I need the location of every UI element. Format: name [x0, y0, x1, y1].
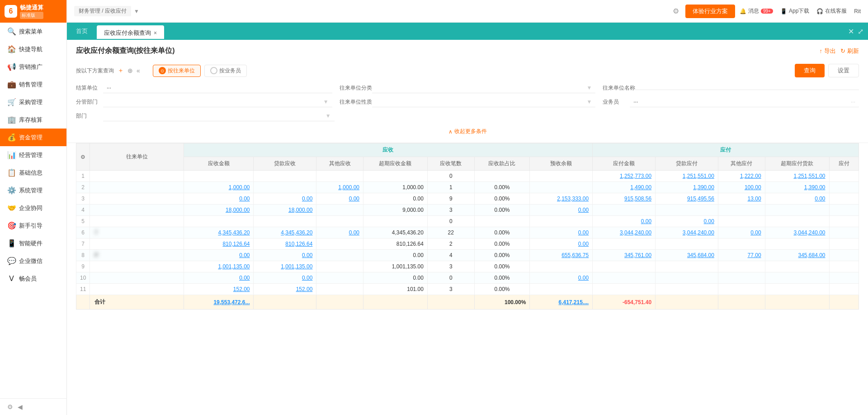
ar-ratio-header: 应收款占比 — [474, 157, 530, 171]
footer-ar-ratio: 100.00% — [474, 295, 530, 310]
partner-nature-input[interactable]: ▼ — [372, 97, 596, 107]
salesman-label: 业务员 — [603, 98, 630, 106]
table-row: 30.000.000.000.0090.00%2,153,333.00915,5… — [76, 193, 859, 205]
footer-ar-loan — [254, 295, 316, 310]
sidebar-item-marketing[interactable]: 📢 营销推广 — [0, 58, 66, 76]
logo-badge: 标准版 — [20, 12, 43, 19]
sidebar-item-collab[interactable]: 🤝 企业协同 — [0, 199, 66, 217]
footer-ap-loan — [656, 295, 718, 310]
sidebar-item-system[interactable]: ⚙️ 系统管理 — [0, 181, 66, 199]
basic-icon: 📋 — [7, 168, 15, 177]
collab-icon: 🤝 — [7, 204, 15, 212]
table-row: 418,000.0018,000.009,000.0030.00%0.00 — [76, 205, 859, 216]
sidebar-item-label: 搜索菜单 — [19, 28, 42, 36]
system-icon: ⚙️ — [7, 186, 15, 195]
plan-button[interactable]: 体验行业方案 — [685, 5, 735, 18]
cart-icon: 🛒 — [7, 98, 15, 106]
partner-mode-icon: ⊙ — [159, 67, 166, 74]
sidebar-item-hardware[interactable]: 📱 智能硬件 — [0, 234, 66, 252]
wechat-icon: 💬 — [7, 257, 15, 265]
notifications-badge: 99+ — [761, 9, 773, 14]
tab-home[interactable]: 首页 — [67, 24, 97, 39]
topbar-gear-icon[interactable]: ⚙ — [671, 5, 681, 17]
sidebar-item-quick[interactable]: 🏠 快捷导航 — [0, 40, 66, 58]
sidebar-item-label: 企业微信 — [19, 257, 42, 265]
sidebar-item-guide[interactable]: 🎯 新手引导 — [0, 217, 66, 234]
filter-salesman: 业务员 ··· ··· — [603, 97, 859, 107]
collapse-icon[interactable]: ◀ — [18, 403, 23, 410]
sidebar-item-finance[interactable]: 💰 资金管理 — [0, 129, 66, 146]
partner-category-input[interactable]: ▼ — [372, 83, 596, 93]
footer-ar-overdue — [363, 295, 428, 310]
close-window-icon[interactable]: ✕ — [848, 27, 854, 36]
setting-button[interactable]: 设置 — [828, 64, 859, 77]
sidebar-item-label: 企业协同 — [19, 204, 42, 212]
footer-ar-count — [427, 295, 474, 310]
filter-row-1: 结算单位 ··· 往来单位分类 ▼ 往来单位名称 — [76, 83, 859, 93]
user-name: Rit — [854, 8, 861, 14]
filter-mode-staff-label: 按业务员 — [219, 67, 241, 75]
footer-ap-other — [718, 295, 765, 310]
tab-ar-ap-label: 应收应付余额查询 — [104, 29, 151, 37]
sidebar-item-sales[interactable]: 💼 销售管理 — [0, 76, 66, 93]
settings-bottom-icon[interactable]: ⚙ — [7, 403, 13, 410]
data-table: ⚙ 往来单位 应收 应付 应收金额 贷款应收 其他应收 超期应收金额 应收笔数 … — [76, 143, 859, 310]
footer-ar-amount[interactable]: 19,553,472,6... — [184, 295, 254, 310]
collapse-up-icon: ∧ — [448, 129, 453, 135]
filter-action-btns: 查询 设置 — [795, 64, 859, 77]
ap-other-header: 其他应付 — [718, 157, 765, 171]
sidebar-item-label: 基础信息 — [19, 169, 42, 177]
settlement-unit-dots: ··· — [107, 85, 111, 91]
sidebar-item-search[interactable]: 🔍 搜索菜单 — [0, 23, 66, 40]
salesman-input[interactable]: ··· ··· — [630, 97, 859, 107]
breadcrumb-dropdown-icon[interactable]: ▼ — [134, 8, 139, 14]
filter-rows: 结算单位 ··· 往来单位分类 ▼ 往来单位名称 — [76, 83, 859, 138]
ap-amount-header: 应付金额 — [593, 157, 656, 171]
filter-add-btn[interactable]: ＋ — [118, 67, 124, 75]
refresh-label: 刷新 — [847, 47, 859, 55]
notifications-btn[interactable]: 🔔 消息 99+ — [740, 7, 773, 15]
table-settings-header[interactable]: ⚙ — [76, 143, 90, 171]
sidebar-item-label: 快捷导航 — [19, 45, 42, 53]
footer-ar-prepay[interactable]: 6,417,215.... — [530, 295, 593, 310]
table-row: 101,252,773.001,251,551.001,222.001,251,… — [76, 171, 859, 182]
filter-collapse-btn[interactable]: ∧ 收起更多条件 — [76, 125, 859, 138]
settlement-unit-input[interactable]: ··· — [103, 83, 332, 93]
dept-manager-label: 分管部门 — [76, 98, 103, 106]
app-download-btn[interactable]: 📱 App下载 — [780, 7, 809, 15]
sidebar-item-operation[interactable]: 📊 经营管理 — [0, 146, 66, 164]
online-service-btn[interactable]: 🎧 在线客服 — [816, 7, 847, 15]
filter-settings-icon[interactable]: ⊕ — [127, 67, 133, 74]
sidebar-item-basic[interactable]: 📋 基础信息 — [0, 164, 66, 181]
tab-ar-ap[interactable]: 应收应付余额查询 × — [97, 25, 164, 39]
filter-row-3: 部门 ▼ — [76, 111, 859, 121]
footer-ap-overdue — [765, 295, 829, 310]
partner-name-input[interactable] — [635, 86, 859, 90]
sidebar-item-purchase[interactable]: 🛒 采购管理 — [0, 93, 66, 111]
filter-mode-by-staff[interactable]: 按业务员 — [204, 65, 247, 77]
dept-manager-input[interactable]: ▼ — [103, 97, 332, 107]
maximize-icon[interactable]: ⤢ — [858, 27, 863, 36]
online-service-label: 在线客服 — [825, 7, 847, 15]
footer-empty — [76, 295, 90, 310]
sidebar-item-inventory[interactable]: 🏢 库存核算 — [0, 111, 66, 129]
filter-area: 按以下方案查询 ＋ ⊕ « ⊙ 按往来单位 按业务员 查询 设置 — [67, 59, 868, 143]
filter-collapse-left-icon[interactable]: « — [137, 67, 140, 74]
query-button[interactable]: 查询 — [795, 64, 825, 77]
tab-close-icon[interactable]: × — [154, 30, 157, 36]
home-icon: 🏠 — [7, 45, 15, 53]
filter-mode-by-partner[interactable]: ⊙ 按往来单位 — [153, 65, 201, 77]
partner-name-label: 往来单位名称 — [603, 84, 635, 92]
table-row: 11152.00152.00101.0030.00% — [76, 284, 859, 295]
export-btn[interactable]: ↑ 导出 — [820, 47, 836, 55]
export-label: 导出 — [824, 47, 836, 55]
ar-other-header: 其他应收 — [316, 157, 363, 171]
topbar: 财务管理 / 应收应付 ▼ ⚙ 体验行业方案 🔔 消息 99+ 📱 App下载 … — [67, 0, 868, 23]
refresh-btn[interactable]: ↻ 刷新 — [840, 47, 859, 55]
dept-input[interactable]: ▼ — [103, 111, 335, 121]
sidebar-item-member[interactable]: Ⅴ 畅会员 — [0, 270, 66, 287]
filter-settlement-unit: 结算单位 ··· — [76, 83, 332, 93]
sidebar-item-wechat[interactable]: 💬 企业微信 — [0, 252, 66, 270]
megaphone-icon: 📢 — [7, 62, 15, 71]
table-settings-icon[interactable]: ⚙ — [80, 154, 85, 160]
